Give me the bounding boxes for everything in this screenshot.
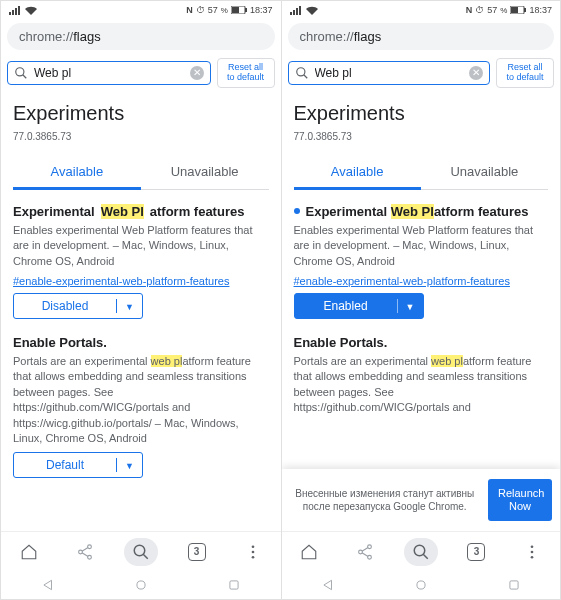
screenshot-right: N ⏱ 57% 18:37 chrome://flags ✕ Reset all… (281, 1, 561, 599)
url-bar[interactable]: chrome://flags (288, 23, 555, 50)
tabs: Available Unavailable (13, 156, 269, 190)
search-input[interactable] (34, 66, 190, 80)
svg-point-30 (531, 550, 534, 553)
home-button[interactable] (292, 538, 326, 566)
search-button[interactable] (404, 538, 438, 566)
status-bar: N ⏱ 57% 18:37 (282, 1, 561, 19)
page-title: Experiments (13, 102, 269, 125)
svg-rect-33 (509, 581, 517, 589)
browser-toolbar: 3 (282, 531, 561, 571)
svg-point-5 (78, 550, 82, 554)
changed-dot-icon (294, 208, 300, 214)
flag-link[interactable]: #enable-experimental-web-platform-featur… (13, 275, 229, 287)
version: 77.0.3865.73 (13, 131, 269, 142)
svg-point-31 (531, 555, 534, 558)
svg-point-3 (16, 68, 24, 76)
home-button[interactable] (12, 538, 46, 566)
svg-point-24 (368, 555, 372, 559)
tabs-button[interactable]: 3 (180, 538, 214, 566)
page-title: Experiments (294, 102, 549, 125)
svg-line-11 (143, 554, 148, 559)
svg-line-28 (423, 554, 428, 559)
svg-point-22 (359, 550, 363, 554)
recents-icon[interactable] (507, 578, 521, 592)
home-icon[interactable] (134, 578, 148, 592)
battery-pct: 57 (208, 5, 218, 15)
menu-button[interactable] (515, 538, 549, 566)
back-icon[interactable] (321, 578, 335, 592)
version: 77.0.3865.73 (294, 131, 549, 142)
nfc-icon: N (186, 5, 193, 15)
reset-button[interactable]: Reset all to default (217, 58, 275, 88)
flag-dropdown-disabled[interactable]: Disabled▼ (13, 293, 143, 319)
flag-web-platform: Experimental Web Platform features Enabl… (13, 204, 269, 319)
toast-text: Внесенные изменения станут активны после… (290, 487, 481, 513)
alarm-icon: ⏱ (196, 5, 205, 15)
recents-icon[interactable] (227, 578, 241, 592)
tab-available[interactable]: Available (294, 156, 421, 190)
svg-point-14 (251, 555, 254, 558)
share-button[interactable] (348, 538, 382, 566)
svg-point-29 (531, 545, 534, 548)
tab-unavailable[interactable]: Unavailable (421, 156, 548, 189)
reset-button[interactable]: Reset all to default (496, 58, 554, 88)
svg-point-12 (251, 545, 254, 548)
svg-point-15 (137, 581, 145, 589)
svg-point-32 (417, 581, 425, 589)
relaunch-button[interactable]: Relaunch Now (488, 479, 552, 521)
svg-line-4 (23, 75, 27, 79)
svg-point-13 (251, 550, 254, 553)
browser-toolbar: 3 (1, 531, 281, 571)
flag-link[interactable]: #enable-experimental-web-platform-featur… (294, 275, 510, 287)
status-bar: N ⏱ 57% 18:37 (1, 1, 281, 19)
svg-rect-2 (245, 8, 247, 12)
svg-line-21 (303, 75, 307, 79)
tab-unavailable[interactable]: Unavailable (141, 156, 269, 189)
relaunch-toast: Внесенные изменения станут активны после… (282, 469, 561, 531)
flag-web-platform: Experimental Web Platform features Enabl… (294, 204, 549, 319)
back-icon[interactable] (41, 578, 55, 592)
svg-line-8 (82, 547, 88, 551)
search-button[interactable] (124, 538, 158, 566)
svg-point-6 (87, 544, 91, 548)
clear-icon[interactable]: ✕ (469, 66, 483, 80)
system-nav (1, 571, 281, 599)
screenshot-left: N ⏱ 57% 18:37 chrome://flags ✕ Reset all… (1, 1, 281, 599)
search-box[interactable]: ✕ (288, 61, 491, 85)
search-icon (14, 66, 28, 80)
battery-icon (231, 6, 247, 14)
tab-available[interactable]: Available (13, 156, 141, 190)
clear-icon[interactable]: ✕ (190, 66, 204, 80)
clock: 18:37 (250, 5, 273, 15)
svg-point-23 (368, 544, 372, 548)
svg-rect-18 (511, 7, 518, 13)
share-button[interactable] (68, 538, 102, 566)
url-bar[interactable]: chrome://flags (7, 23, 275, 50)
svg-point-10 (134, 545, 145, 556)
svg-line-25 (362, 547, 368, 551)
menu-button[interactable] (236, 538, 270, 566)
home-icon[interactable] (414, 578, 428, 592)
flag-dropdown-enabled[interactable]: Enabled▼ (294, 293, 424, 319)
svg-rect-16 (230, 581, 238, 589)
search-input[interactable] (315, 66, 470, 80)
flag-portals: Enable Portals. Portals are an experimen… (13, 335, 269, 478)
system-nav (282, 571, 561, 599)
tabs-button[interactable]: 3 (459, 538, 493, 566)
flag-portals: Enable Portals. Portals are an experimen… (294, 335, 549, 416)
svg-rect-1 (232, 7, 239, 13)
svg-point-20 (296, 68, 304, 76)
svg-line-26 (362, 552, 368, 556)
svg-point-7 (87, 555, 91, 559)
search-box[interactable]: ✕ (7, 61, 211, 85)
svg-rect-19 (524, 8, 526, 12)
svg-line-9 (82, 552, 88, 556)
flag-dropdown-default[interactable]: Default▼ (13, 452, 143, 478)
svg-point-27 (414, 545, 425, 556)
search-icon (295, 66, 309, 80)
